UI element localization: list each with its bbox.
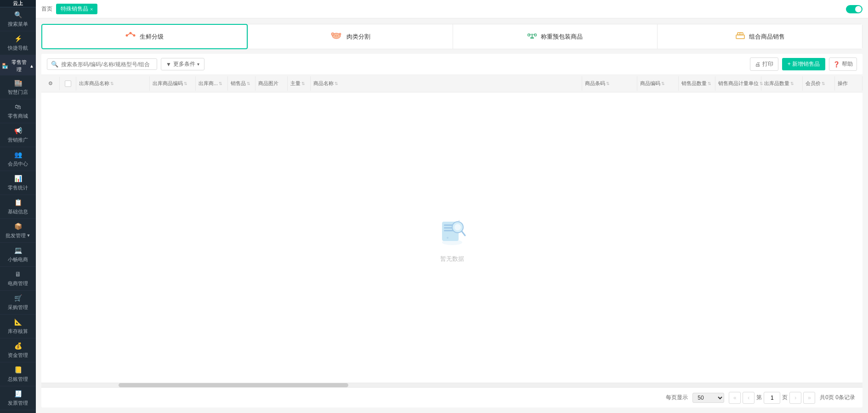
sidebar-item-quick-nav[interactable]: ⚡ 快捷导航 <box>0 31 36 55</box>
sidebar-item-ledger-mgmt[interactable]: 📒 总账管理 <box>0 362 36 386</box>
tab-meat-cut[interactable]: 肉类分割 <box>248 24 453 49</box>
sidebar-item-tax-mgmt[interactable]: 📑 税务管理 <box>0 410 36 413</box>
svg-line-26 <box>462 231 465 235</box>
scrollbar-thumb[interactable] <box>119 383 348 387</box>
sidebar-item-smart-store[interactable]: 🏬 智慧门店 <box>0 75 36 99</box>
tab-fresh-grade[interactable]: 生鲜分级 <box>41 24 248 49</box>
empty-illustration <box>434 212 471 249</box>
sidebar-item-inventory-check[interactable]: 📐 库存核算 <box>0 315 36 338</box>
tab-combo-sale[interactable]: 组合商品销售 <box>657 24 862 49</box>
wholesale-mgmt-icon: 📦 <box>14 222 22 231</box>
sidebar-item-invoice-mgmt[interactable]: 🧾 发票管理 <box>0 386 36 410</box>
svg-point-9 <box>337 35 338 36</box>
svg-rect-16 <box>736 35 744 39</box>
next-page-button[interactable]: › <box>789 392 801 404</box>
sort-sale-qty[interactable]: ⇅ <box>708 81 711 86</box>
th-sale-unit[interactable]: 销售商品计量单位 ⇅ <box>715 76 761 91</box>
topbar: 首页 特殊销售品 × <box>36 0 868 18</box>
sidebar-item-ecommerce-mgmt[interactable]: 🖥 电商管理 <box>0 267 36 291</box>
chevron-down-icon: ▾ <box>197 62 199 67</box>
member-center-icon: 👥 <box>14 150 22 160</box>
page-nav: « ‹ 第 页 › » <box>729 392 815 404</box>
th-out-spec[interactable]: 出库商... ⇅ <box>196 76 228 91</box>
sidebar-item-member-center[interactable]: 👥 会员中心 <box>0 147 36 171</box>
search-box[interactable]: 🔍 <box>47 58 157 70</box>
th-barcode[interactable]: 商品条码 ⇅ <box>582 76 637 91</box>
page-number-input[interactable] <box>764 392 780 404</box>
app-logo: 云上 <box>0 0 36 7</box>
sort-member-price[interactable]: ⇅ <box>822 81 825 86</box>
filter-button[interactable]: ▼ 更多条件 ▾ <box>161 58 204 70</box>
horizontal-scrollbar[interactable] <box>41 383 862 387</box>
empty-state: 暂无数据 <box>41 92 862 383</box>
active-tab[interactable]: 特殊销售品 × <box>56 4 97 14</box>
sort-main-flag[interactable]: ⇅ <box>301 81 305 86</box>
sort-goods-code[interactable]: ⇅ <box>661 81 665 86</box>
print-icon: 🖨 <box>755 61 760 68</box>
sidebar-item-wholesale-mgmt[interactable]: 📦 批发管理 ▼ <box>0 219 36 243</box>
expand-icon: ▲ <box>29 63 34 69</box>
search-icon: 🔍 <box>51 61 58 68</box>
th-goods-name[interactable]: 商品名称 ⇅ <box>311 76 582 91</box>
sidebar-item-retail-stats[interactable]: 📊 零售统计 <box>0 171 36 195</box>
tab-scale-pack[interactable]: 称重预包装商品 <box>453 24 658 49</box>
search-input[interactable] <box>61 61 153 68</box>
toggle-switch[interactable] <box>846 5 862 13</box>
expand-icon2: ▼ <box>27 233 31 239</box>
per-page-select[interactable]: 50 10 20 100 <box>692 393 724 403</box>
select-all-checkbox[interactable] <box>65 80 71 87</box>
sidebar-item-basic-info[interactable]: 📋 基础信息 <box>0 195 36 219</box>
th-check[interactable] <box>60 77 76 91</box>
home-link[interactable]: 首页 <box>41 5 52 13</box>
sidebar-item-search-menu[interactable]: 🔍 搜索菜单 <box>0 7 36 31</box>
first-page-button[interactable]: « <box>729 392 741 404</box>
sort-barcode[interactable]: ⇅ <box>606 81 610 86</box>
sort-goods-name[interactable]: ⇅ <box>335 81 338 86</box>
th-main-flag[interactable]: 主量 ⇅ <box>288 76 311 91</box>
sidebar-item-sales-promo[interactable]: 📢 营销推广 <box>0 123 36 147</box>
sales-promo-icon: 📢 <box>14 126 22 136</box>
sort-out-name[interactable]: ⇅ <box>110 81 114 86</box>
th-out-code[interactable]: 出库商品编码 ⇅ <box>150 76 196 91</box>
help-icon: ❓ <box>833 61 840 68</box>
add-sale-button[interactable]: + 新增销售品 <box>782 58 825 70</box>
sort-out-spec[interactable]: ⇅ <box>219 81 222 86</box>
sidebar-item-mini-ecommerce[interactable]: 💻 小畅电商 <box>0 243 36 267</box>
prev-page-button[interactable]: ‹ <box>743 392 755 404</box>
th-out-qty[interactable]: 出库品数量 ⇅ <box>761 76 803 91</box>
tab-scale-pack-label: 称重预包装商品 <box>541 33 583 41</box>
sidebar-item-retail-mgmt[interactable]: 🏪 零售管理 ▲ <box>0 55 36 75</box>
svg-point-27 <box>447 237 448 239</box>
th-member-price[interactable]: 会员价 ⇅ <box>803 76 835 91</box>
sidebar-item-purchase-mgmt[interactable]: 🛒 采购管理 <box>0 291 36 315</box>
svg-rect-11 <box>532 34 533 37</box>
sidebar-item-finance-mgmt[interactable]: 💰 资金管理 <box>0 338 36 362</box>
th-gear[interactable]: ⚙ <box>41 77 60 90</box>
th-sale-qty[interactable]: 销售品数量 ⇅ <box>679 76 715 91</box>
column-settings-icon[interactable]: ⚙ <box>48 80 53 86</box>
svg-point-8 <box>335 35 336 36</box>
tabs-row: 生鲜分级 肉类分割 <box>41 24 862 49</box>
sidebar-item-retail-mall[interactable]: 🛍 零售商城 <box>0 99 36 123</box>
svg-point-6 <box>331 33 334 35</box>
th-out-name[interactable]: 出库商品名称 ⇅ <box>76 76 150 91</box>
sort-out-qty[interactable]: ⇅ <box>790 81 794 86</box>
svg-line-3 <box>127 33 130 35</box>
th-goods-img[interactable]: 商品图片 <box>255 76 288 91</box>
tab-combo-sale-label: 组合商品销售 <box>749 33 785 41</box>
th-goods-code[interactable]: 商品编码 ⇅ <box>637 76 679 91</box>
pagination: 每页显示 50 10 20 100 « ‹ 第 页 › » 共0页 0条记录 <box>41 387 862 407</box>
close-tab-button[interactable]: × <box>90 6 93 12</box>
last-page-button[interactable]: » <box>803 392 815 404</box>
svg-point-7 <box>339 33 341 35</box>
print-button[interactable]: 🖨 打印 <box>750 57 778 71</box>
sort-out-code[interactable]: ⇅ <box>184 81 187 86</box>
svg-rect-21 <box>444 224 453 226</box>
total-info: 共0页 0条记录 <box>820 394 855 402</box>
basic-info-icon: 📋 <box>14 198 22 207</box>
invoice-mgmt-icon: 🧾 <box>14 390 22 399</box>
th-sale-item[interactable]: 销售品 ⇅ <box>228 76 255 91</box>
help-button[interactable]: ❓ 帮助 <box>829 57 857 71</box>
sort-sale-item[interactable]: ⇅ <box>247 81 250 86</box>
mini-ecommerce-icon: 💻 <box>14 246 22 255</box>
